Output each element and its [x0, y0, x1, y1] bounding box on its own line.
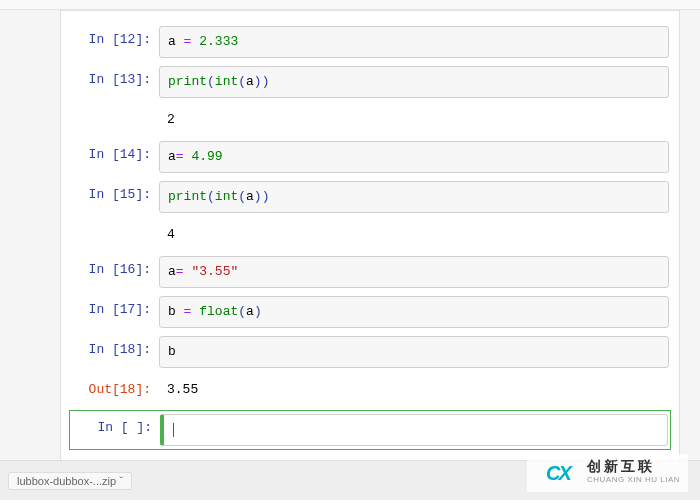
- code-input[interactable]: print(int(a)): [159, 181, 669, 213]
- code-cell[interactable]: In [ ]:: [69, 410, 671, 450]
- code-input[interactable]: a = 2.333: [159, 26, 669, 58]
- download-filename: lubbox-dubbox-...zip: [17, 475, 116, 487]
- watermark-cn: 创新互联: [587, 459, 680, 473]
- code-input[interactable]: a= 4.99: [159, 141, 669, 173]
- stdout-output: 4: [159, 221, 669, 248]
- watermark-logo: CX: [535, 458, 581, 488]
- code-cell[interactable]: In [18]:b: [61, 333, 679, 371]
- in-prompt: In [16]:: [71, 256, 159, 277]
- code-cell[interactable]: In [16]:a= "3.55": [61, 253, 679, 291]
- out-prompt: Out[18]:: [71, 376, 159, 397]
- code-input[interactable]: b = float(a): [159, 296, 669, 328]
- in-prompt: In [14]:: [71, 141, 159, 162]
- code-input[interactable]: b: [159, 336, 669, 368]
- stdout-cell: 4: [61, 218, 679, 251]
- in-prompt: In [ ]:: [72, 414, 160, 435]
- watermark: CX 创新互联 CHUANG XIN HU LIAN: [527, 454, 688, 492]
- in-prompt: In [13]:: [71, 66, 159, 87]
- code-cell[interactable]: In [15]:print(int(a)): [61, 178, 679, 216]
- code-cell[interactable]: In [14]:a= 4.99: [61, 138, 679, 176]
- watermark-text: 创新互联 CHUANG XIN HU LIAN: [587, 459, 680, 487]
- in-prompt: In [12]:: [71, 26, 159, 47]
- output-cell: Out[18]:3.55: [61, 373, 679, 406]
- code-input[interactable]: [160, 414, 668, 446]
- in-prompt: [71, 106, 159, 112]
- stdout-output: 2: [159, 106, 669, 133]
- in-prompt: In [18]:: [71, 336, 159, 357]
- in-prompt: In [15]:: [71, 181, 159, 202]
- code-input[interactable]: print(int(a)): [159, 66, 669, 98]
- notebook: In [12]:a = 2.333In [13]:print(int(a))2I…: [60, 10, 680, 465]
- code-cell[interactable]: In [12]:a = 2.333: [61, 23, 679, 61]
- download-tab[interactable]: lubbox-dubbox-...zip ˇ: [8, 472, 132, 490]
- result-output: 3.55: [159, 376, 669, 403]
- code-cell[interactable]: In [13]:print(int(a)): [61, 63, 679, 101]
- watermark-pinyin: CHUANG XIN HU LIAN: [587, 473, 680, 487]
- stdout-cell: 2: [61, 103, 679, 136]
- in-prompt: [71, 221, 159, 227]
- in-prompt: In [17]:: [71, 296, 159, 317]
- text-cursor: [173, 423, 174, 437]
- code-cell[interactable]: In [17]:b = float(a): [61, 293, 679, 331]
- toolbar: [0, 0, 700, 10]
- code-input[interactable]: a= "3.55": [159, 256, 669, 288]
- download-chevron: ˇ: [119, 475, 123, 487]
